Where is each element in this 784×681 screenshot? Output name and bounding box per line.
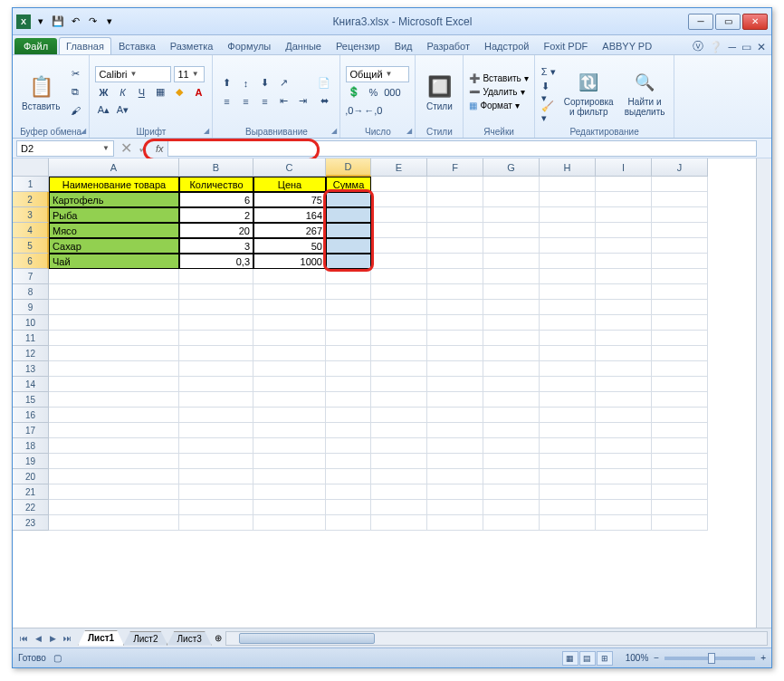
- cell-G11[interactable]: [483, 331, 540, 346]
- cell-A13[interactable]: [49, 361, 179, 377]
- sort-filter-button[interactable]: 🔃 Сортировка и фильтр: [560, 66, 617, 119]
- cell-G17[interactable]: [483, 423, 540, 438]
- cell-G22[interactable]: [483, 500, 540, 515]
- cell-E8[interactable]: [371, 284, 427, 300]
- find-select-button[interactable]: 🔍 Найти и выделить: [621, 66, 669, 119]
- cell-D18[interactable]: [326, 438, 371, 454]
- cell-F11[interactable]: [427, 331, 483, 346]
- align-bottom-icon[interactable]: ⬇: [256, 75, 272, 91]
- new-sheet-icon[interactable]: ⊕: [215, 633, 222, 643]
- cell-J3[interactable]: [652, 207, 708, 223]
- cell-F15[interactable]: [427, 392, 483, 408]
- increase-decimal-icon[interactable]: ,0→: [346, 102, 362, 119]
- cell-G2[interactable]: [483, 192, 540, 207]
- cell-I22[interactable]: [596, 500, 652, 515]
- undo-icon[interactable]: ↶: [68, 14, 82, 29]
- doc-restore-icon[interactable]: ▭: [741, 41, 751, 53]
- cell-F1[interactable]: [427, 177, 483, 192]
- cell-C14[interactable]: [253, 377, 326, 392]
- cell-H12[interactable]: [540, 346, 596, 361]
- border-button[interactable]: ▦: [152, 84, 168, 101]
- cell-H9[interactable]: [540, 300, 596, 315]
- cell-C13[interactable]: [253, 361, 326, 377]
- cell-J11[interactable]: [652, 331, 708, 346]
- cell-I21[interactable]: [596, 484, 652, 500]
- format-cells-button[interactable]: ▦Формат ▾: [469, 101, 528, 110]
- merge-center-icon[interactable]: ⬌: [314, 93, 334, 110]
- cell-D11[interactable]: [326, 331, 371, 346]
- cell-F3[interactable]: [427, 207, 483, 223]
- cell-D7[interactable]: [326, 269, 371, 284]
- cut-icon[interactable]: ✂: [67, 66, 83, 82]
- cells-area[interactable]: Наименование товараКоличествоЦенаСуммаКа…: [49, 177, 771, 628]
- cell-B22[interactable]: [179, 500, 253, 515]
- cell-E9[interactable]: [371, 300, 427, 315]
- row-header-19[interactable]: 19: [13, 454, 49, 469]
- cell-J23[interactable]: [652, 515, 708, 531]
- cell-I13[interactable]: [596, 361, 652, 377]
- file-tab[interactable]: Файл: [14, 38, 57, 54]
- cell-H10[interactable]: [540, 315, 596, 331]
- cell-A21[interactable]: [49, 484, 179, 500]
- cell-G10[interactable]: [483, 315, 540, 331]
- cell-I1[interactable]: [596, 177, 652, 192]
- cell-I19[interactable]: [596, 454, 652, 469]
- row-header-12[interactable]: 12: [13, 346, 49, 361]
- cell-I23[interactable]: [596, 515, 652, 531]
- cell-A7[interactable]: [49, 269, 179, 284]
- cell-D12[interactable]: [326, 346, 371, 361]
- cell-A12[interactable]: [49, 346, 179, 361]
- cell-E17[interactable]: [371, 423, 427, 438]
- cell-D20[interactable]: [326, 469, 371, 484]
- cell-C9[interactable]: [253, 300, 326, 315]
- cell-D4[interactable]: [326, 223, 371, 238]
- cell-J15[interactable]: [652, 392, 708, 408]
- cell-J18[interactable]: [652, 438, 708, 454]
- cell-F10[interactable]: [427, 315, 483, 331]
- autosum-icon[interactable]: Σ ▾: [540, 64, 557, 81]
- row-header-1[interactable]: 1: [13, 177, 49, 192]
- cell-J7[interactable]: [652, 269, 708, 284]
- sheet-tab-1[interactable]: Лист1: [78, 630, 124, 646]
- zoom-level[interactable]: 100%: [626, 653, 649, 663]
- cell-C15[interactable]: [253, 392, 326, 408]
- cell-I18[interactable]: [596, 438, 652, 454]
- row-header-2[interactable]: 2: [13, 192, 49, 207]
- cell-C5[interactable]: 50: [253, 238, 326, 254]
- cell-H4[interactable]: [540, 223, 596, 238]
- row-header-9[interactable]: 9: [13, 300, 49, 315]
- cell-E10[interactable]: [371, 315, 427, 331]
- percent-icon[interactable]: %: [365, 84, 381, 101]
- cell-D15[interactable]: [326, 392, 371, 408]
- cell-D1[interactable]: Сумма: [326, 177, 371, 192]
- cell-C16[interactable]: [253, 408, 326, 423]
- tab-addins[interactable]: Надстрой: [477, 37, 536, 54]
- cell-F13[interactable]: [427, 361, 483, 377]
- fx-icon[interactable]: fx: [156, 143, 164, 154]
- cell-F23[interactable]: [427, 515, 483, 531]
- cell-G13[interactable]: [483, 361, 540, 377]
- cell-A1[interactable]: Наименование товара: [49, 177, 179, 192]
- col-header-E[interactable]: E: [371, 158, 427, 177]
- col-header-B[interactable]: B: [179, 158, 253, 177]
- cell-E3[interactable]: [371, 207, 427, 223]
- save-icon[interactable]: 💾: [51, 14, 65, 29]
- cell-H8[interactable]: [540, 284, 596, 300]
- cell-C11[interactable]: [253, 331, 326, 346]
- cell-F20[interactable]: [427, 469, 483, 484]
- tab-abbyy[interactable]: ABBYY PD: [595, 37, 659, 54]
- cell-F5[interactable]: [427, 238, 483, 254]
- view-layout-icon[interactable]: ▤: [579, 651, 596, 666]
- cell-H11[interactable]: [540, 331, 596, 346]
- view-pagebreak-icon[interactable]: ⊞: [597, 651, 613, 666]
- cell-B6[interactable]: 0,3: [179, 254, 253, 269]
- cell-A18[interactable]: [49, 438, 179, 454]
- cell-F17[interactable]: [427, 423, 483, 438]
- cell-C12[interactable]: [253, 346, 326, 361]
- cell-B14[interactable]: [179, 377, 253, 392]
- doc-minimize-icon[interactable]: ─: [728, 41, 736, 53]
- cell-C21[interactable]: [253, 484, 326, 500]
- cell-J21[interactable]: [652, 484, 708, 500]
- cell-F7[interactable]: [427, 269, 483, 284]
- cell-J1[interactable]: [652, 177, 708, 192]
